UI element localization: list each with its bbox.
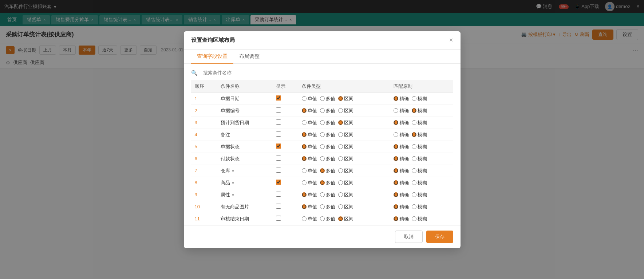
match-option-精确[interactable]: 精确	[394, 95, 409, 102]
row-order: 10	[191, 201, 217, 213]
display-checkbox[interactable]	[276, 95, 281, 101]
type-option-单值[interactable]: 单值	[302, 119, 317, 126]
type-option-单值[interactable]: 单值	[302, 192, 317, 198]
display-checkbox[interactable]	[276, 119, 281, 125]
th-display: 显示	[272, 80, 298, 93]
table-row: 6付款状态单值多值区间精确模糊	[191, 153, 453, 165]
type-option-区间[interactable]: 区间	[338, 192, 353, 198]
type-option-单值[interactable]: 单值	[302, 180, 317, 186]
dialog-close-button[interactable]: ×	[449, 36, 453, 44]
display-checkbox[interactable]	[276, 168, 281, 173]
match-option-模糊[interactable]: 模糊	[412, 156, 427, 162]
type-option-单值[interactable]: 单值	[302, 216, 317, 222]
match-option-模糊[interactable]: 模糊	[412, 95, 427, 102]
type-option-多值[interactable]: 多值	[320, 156, 335, 162]
row-display	[272, 117, 298, 129]
match-option-精确[interactable]: 精确	[394, 119, 409, 126]
type-option-单值[interactable]: 单值	[302, 156, 317, 162]
type-option-单值[interactable]: 单值	[302, 168, 317, 174]
display-checkbox[interactable]	[276, 156, 281, 161]
type-option-区间[interactable]: 区间	[338, 168, 353, 174]
dialog: 设置查询区域布局 × 查询字段设置 布局调整 🔍 顺序 条件名	[184, 31, 461, 248]
type-option-多值[interactable]: 多值	[320, 131, 335, 138]
type-option-多值[interactable]: 多值	[320, 180, 335, 186]
display-checkbox[interactable]	[276, 204, 281, 209]
match-option-模糊[interactable]: 模糊	[412, 107, 427, 114]
row-name: 付款状态	[217, 153, 272, 165]
match-option-精确[interactable]: 精确	[394, 216, 409, 222]
type-option-多值[interactable]: 多值	[320, 204, 335, 210]
type-option-单值[interactable]: 单值	[302, 131, 317, 138]
row-match: 精确模糊	[390, 141, 453, 153]
row-match: 精确模糊	[390, 213, 453, 225]
type-option-区间[interactable]: 区间	[338, 144, 353, 150]
row-type: 单值多值区间	[298, 93, 390, 105]
row-type: 单值多值区间	[298, 201, 390, 213]
match-option-精确[interactable]: 精确	[394, 180, 409, 186]
match-option-模糊[interactable]: 模糊	[412, 131, 427, 138]
row-name: 单据日期	[217, 93, 272, 105]
row-display	[272, 105, 298, 117]
table-row: 11审核结束日期单值多值区间精确模糊	[191, 213, 453, 225]
row-display	[272, 177, 298, 189]
type-option-多值[interactable]: 多值	[320, 95, 335, 102]
row-name: 备注	[217, 129, 272, 141]
match-option-模糊[interactable]: 模糊	[412, 192, 427, 198]
match-option-精确[interactable]: 精确	[394, 168, 409, 174]
dialog-search-area: 🔍	[184, 64, 461, 80]
row-display	[272, 201, 298, 213]
type-option-多值[interactable]: 多值	[320, 216, 335, 222]
type-option-单值[interactable]: 单值	[302, 95, 317, 102]
match-option-精确[interactable]: 精确	[394, 144, 409, 150]
save-button[interactable]: 保存	[426, 231, 453, 243]
type-option-多值[interactable]: 多值	[320, 192, 335, 198]
match-option-模糊[interactable]: 模糊	[412, 180, 427, 186]
type-option-单值[interactable]: 单值	[302, 204, 317, 210]
match-option-精确[interactable]: 精确	[394, 204, 409, 210]
type-option-区间[interactable]: 区间	[338, 216, 353, 222]
match-option-精确[interactable]: 精确	[394, 156, 409, 162]
display-checkbox[interactable]	[276, 107, 281, 113]
type-option-多值[interactable]: 多值	[320, 119, 335, 126]
condition-search-input[interactable]	[200, 68, 273, 77]
match-option-模糊[interactable]: 模糊	[412, 144, 427, 150]
table-row: 1单据日期单值多值区间精确模糊	[191, 93, 453, 105]
table-row: 4备注单值多值区间精确模糊	[191, 129, 453, 141]
type-option-区间[interactable]: 区间	[338, 131, 353, 138]
match-option-模糊[interactable]: 模糊	[412, 216, 427, 222]
dialog-tab-layout[interactable]: 布局调整	[233, 50, 265, 64]
type-option-区间[interactable]: 区间	[338, 180, 353, 186]
dropdown-arrow-icon[interactable]: ∨	[232, 193, 234, 197]
match-option-模糊[interactable]: 模糊	[412, 204, 427, 210]
type-option-区间[interactable]: 区间	[338, 95, 353, 102]
row-match: 精确模糊	[390, 153, 453, 165]
match-option-模糊[interactable]: 模糊	[412, 119, 427, 126]
type-option-区间[interactable]: 区间	[338, 156, 353, 162]
type-option-区间[interactable]: 区间	[338, 107, 353, 114]
type-option-多值[interactable]: 多值	[320, 144, 335, 150]
display-checkbox[interactable]	[276, 131, 281, 137]
dialog-tab-query-fields[interactable]: 查询字段设置	[191, 50, 233, 64]
table-row: 7仓库 ∨单值多值区间精确模糊	[191, 165, 453, 177]
type-option-区间[interactable]: 区间	[338, 119, 353, 126]
cancel-button[interactable]: 取消	[395, 231, 423, 243]
match-option-精确[interactable]: 精确	[394, 192, 409, 198]
row-name: 商品 ∨	[217, 177, 272, 189]
display-checkbox[interactable]	[276, 192, 281, 197]
type-option-区间[interactable]: 区间	[338, 204, 353, 210]
dialog-tabs: 查询字段设置 布局调整	[184, 50, 461, 64]
display-checkbox[interactable]	[276, 216, 281, 221]
match-option-精确[interactable]: 精确	[394, 131, 409, 138]
match-option-精确[interactable]: 精确	[394, 107, 409, 114]
match-option-模糊[interactable]: 模糊	[412, 168, 427, 174]
dropdown-arrow-icon[interactable]: ∨	[232, 181, 234, 185]
dropdown-arrow-icon[interactable]: ∨	[232, 169, 234, 173]
type-option-多值[interactable]: 多值	[320, 107, 335, 114]
type-option-单值[interactable]: 单值	[302, 107, 317, 114]
display-checkbox[interactable]	[276, 180, 281, 185]
display-checkbox[interactable]	[276, 144, 281, 149]
type-option-单值[interactable]: 单值	[302, 144, 317, 150]
row-display	[272, 153, 298, 165]
type-option-多值[interactable]: 多值	[320, 168, 335, 174]
page-area: 采购订单统计表(按供应商) 🖨️ 按模板打印 ▾ ↑ 导出 ↻ 刷新 查询 设置…	[0, 26, 644, 279]
